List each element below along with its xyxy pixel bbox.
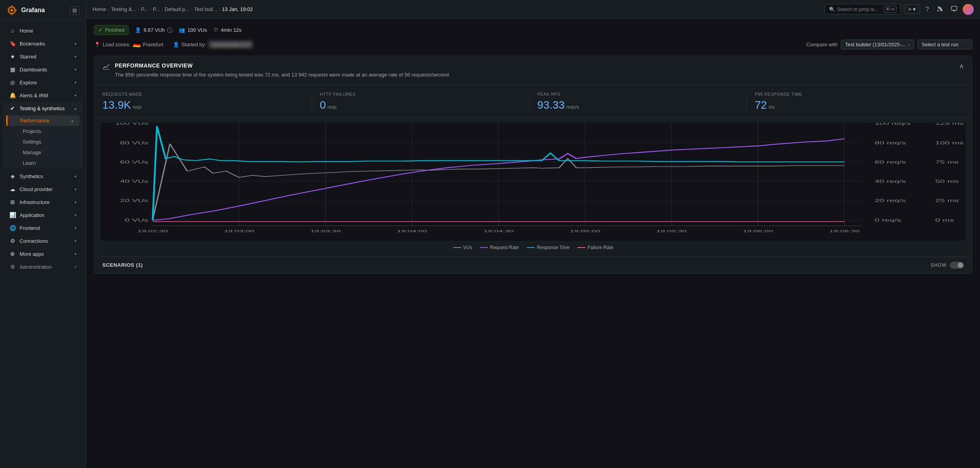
infrastructure-icon: ⊞	[9, 199, 16, 205]
metric-failures-unit: reqs	[327, 104, 336, 110]
svg-text:125 ms: 125 ms	[935, 123, 964, 126]
sidebar-logo: Grafana ⊟	[0, 0, 86, 21]
help-button[interactable]: ?	[923, 4, 931, 15]
check-icon: ✓	[98, 27, 103, 33]
sidebar-sub-projects[interactable]: Projects	[6, 126, 80, 137]
admin-arrow-icon: ▾	[74, 265, 76, 269]
legend-request-rate-label: Request Rate	[490, 245, 519, 250]
compare-current-select[interactable]: Test builder (13/01/2025-... ›	[841, 40, 914, 49]
sidebar-item-bookmarks[interactable]: 🔖 Bookmarks ▾	[3, 37, 83, 50]
sidebar-item-synthetics[interactable]: ◈ Synthetics ▾	[3, 170, 83, 182]
svg-text:75 ms: 75 ms	[935, 160, 959, 164]
status-badge: ✓ Finished	[94, 25, 129, 35]
starred-arrow-icon: ▾	[74, 55, 76, 59]
cloud-icon: ☁	[9, 186, 16, 192]
breadcrumb-default[interactable]: Default p...	[165, 6, 189, 12]
card-header[interactable]: PERFORMANCE OVERVIEW The 95th percentile…	[94, 56, 972, 86]
breadcrumb-testing[interactable]: Testing &...	[111, 6, 136, 12]
svg-text:19:04:00: 19:04:00	[397, 228, 428, 233]
testing-icon: ✔	[9, 105, 16, 111]
sidebar-item-dashboards[interactable]: ▦ Dashboards ▾	[3, 63, 83, 76]
sidebar-item-explore[interactable]: ◎ Explore ▾	[3, 76, 83, 89]
infrastructure-arrow-icon: ▾	[74, 200, 76, 204]
svg-text:19:03:00: 19:03:00	[224, 228, 254, 233]
svg-text:19:02:30: 19:02:30	[138, 228, 168, 233]
home-icon: ⌂	[9, 27, 16, 34]
sidebar-item-alerts[interactable]: 🔔 Alerts & IRM ▾	[3, 89, 83, 102]
sidebar-collapse-button[interactable]: ⊟	[70, 6, 80, 15]
sidebar-item-application[interactable]: 📊 Application ▾	[3, 209, 83, 221]
sidebar-item-connections[interactable]: ⚙ Connections ▾	[3, 235, 83, 247]
svg-text:0 req/s: 0 req/s	[875, 217, 901, 222]
performance-overview-card: PERFORMANCE OVERVIEW The 95th percentile…	[94, 56, 972, 274]
sidebar-item-infrastructure[interactable]: ⊞ Infrastructure ▾	[3, 196, 83, 208]
sidebar-item-more-apps[interactable]: ⊕ More apps ▾	[3, 248, 83, 260]
testing-arrow-icon: ▴	[74, 106, 76, 111]
rss-button[interactable]	[935, 4, 946, 15]
sidebar-item-testing[interactable]: ✔ Testing & synthetics ▴	[3, 102, 83, 115]
chart-line-icon	[102, 63, 110, 73]
sidebar-sub-manage[interactable]: Manage	[6, 147, 80, 158]
load-zones-item: 📍 Load zones: 🇩🇪 Frankfurt	[94, 41, 163, 48]
breadcrumb-home[interactable]: Home	[93, 6, 106, 12]
metric-peak-rps: PEAK RPS 93.33 reqs/s	[530, 92, 747, 111]
scenarios-bar[interactable]: SCENARIOS (1) SHOW	[94, 257, 972, 273]
started-by-value: user@email.com	[209, 41, 253, 48]
compare-section: Compare with Test builder (13/01/2025-..…	[806, 40, 972, 49]
sidebar-item-administration[interactable]: ⚙ Administration ▾	[3, 260, 83, 273]
breadcrumb-test-builder[interactable]: Test buil...	[194, 6, 217, 12]
more-apps-icon: ⊕	[9, 251, 16, 257]
vuh-stat: 👤 6.67 VUh i	[135, 27, 172, 33]
sidebar-nav: ⌂ Home 🔖 Bookmarks ▾ ★ Starred ▾ ▦ Dashb…	[0, 21, 86, 468]
vus-stat: 👥 100 VUs	[179, 27, 207, 33]
breadcrumb-p1[interactable]: P...	[141, 6, 148, 12]
vuh-value: 6.67 VUh	[143, 27, 165, 33]
sidebar-sub-settings[interactable]: Settings	[6, 137, 80, 147]
admin-icon: ⚙	[9, 264, 16, 270]
metric-peak-value: 93.33	[537, 99, 565, 111]
bookmarks-arrow-icon: ▾	[74, 42, 76, 46]
sidebar-sub-learn[interactable]: Learn	[6, 158, 80, 168]
legend-failure-rate-label: Failure Rate	[588, 245, 613, 250]
metric-p95: P95 RESPONSE TIME 72 ms	[747, 92, 964, 111]
svg-text:19:06:30: 19:06:30	[829, 228, 860, 233]
sidebar-item-performance[interactable]: Performance ▴	[6, 115, 80, 126]
breadcrumb-p2[interactable]: P...	[153, 6, 160, 12]
metric-failures-label: HTTP FAILURES	[320, 92, 521, 97]
svg-text:80 VUs: 80 VUs	[120, 140, 149, 145]
location-value: Frankfurt	[143, 42, 163, 47]
sidebar-item-starred[interactable]: ★ Starred ▾	[3, 50, 83, 63]
collapse-icon[interactable]: ∧	[959, 62, 964, 70]
card-header-content: PERFORMANCE OVERVIEW The 95th percentile…	[115, 62, 955, 79]
global-search[interactable]: 🔍 Search or jump to... ⌘+k	[825, 4, 901, 15]
svg-text:100 VUs: 100 VUs	[115, 123, 149, 126]
legend-response-time-line	[527, 247, 535, 248]
scenarios-toggle[interactable]	[950, 262, 964, 269]
svg-text:20 VUs: 20 VUs	[120, 198, 149, 203]
duration-value: 4min 12s	[221, 27, 241, 33]
sidebar-item-cloud[interactable]: ☁ Cloud provider ▾	[3, 183, 83, 195]
user-icon: 👤	[173, 42, 179, 47]
synthetics-arrow-icon: ▾	[74, 174, 76, 178]
sidebar-item-frontend[interactable]: 🌐 Frontend ▾	[3, 222, 83, 234]
legend-response-time: Response Time	[527, 245, 570, 250]
metric-http-failures: HTTP FAILURES 0 reqs	[312, 92, 530, 111]
select-test-run[interactable]: Select a test run	[917, 40, 972, 49]
chart-legend: VUs Request Rate Response Time Failure R…	[101, 242, 965, 250]
svg-point-6	[937, 10, 939, 11]
app-name: Grafana	[21, 7, 45, 14]
metric-requests-unit: reqs	[132, 104, 142, 110]
performance-submenu-section: Performance ▴ Projects Settings Manage L…	[6, 115, 80, 168]
dashboards-arrow-icon: ▾	[74, 67, 76, 72]
chart-wrap: 100 VUs 80 VUs 60 VUs 40 VUs 20 VUs 0 VU…	[101, 123, 965, 242]
vuh-info-icon[interactable]: i	[167, 27, 172, 33]
svg-text:40 VUs: 40 VUs	[120, 179, 149, 184]
compare-label: Compare with	[806, 42, 838, 47]
sidebar-item-home[interactable]: ⌂ Home	[3, 24, 83, 37]
sidebar: Grafana ⊟ ⌂ Home 🔖 Bookmarks ▾ ★ Starred…	[0, 0, 86, 468]
add-button[interactable]: + ▾	[904, 4, 920, 14]
monitor-button[interactable]	[949, 4, 960, 15]
bookmarks-icon: 🔖	[9, 40, 16, 47]
scenarios-show: SHOW	[931, 262, 964, 269]
user-avatar[interactable]	[963, 4, 974, 15]
